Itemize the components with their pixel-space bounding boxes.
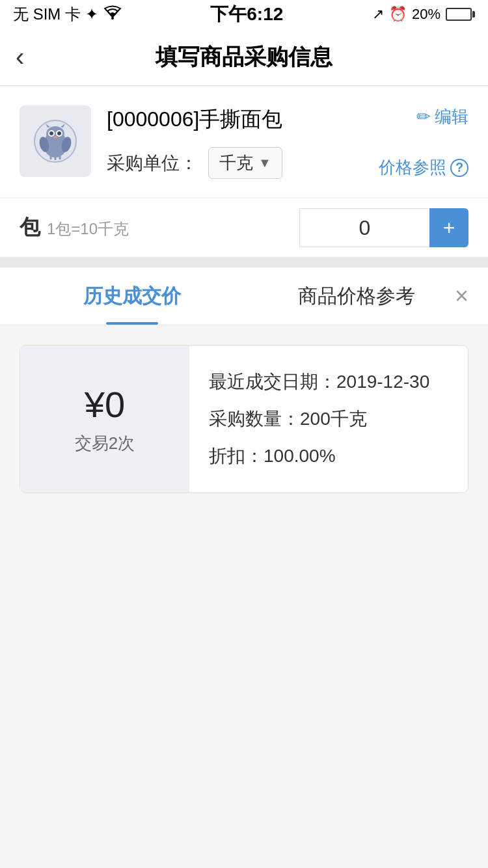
history-recent-date-row: 最近成交日期：2019-12-30 bbox=[209, 369, 448, 394]
price-ref-label: 价格参照 bbox=[379, 156, 446, 179]
tab-close-button[interactable]: × bbox=[448, 276, 475, 316]
unit-dropdown-arrow: ▼ bbox=[258, 156, 271, 170]
svg-point-7 bbox=[57, 131, 61, 135]
location-icon: ↗ bbox=[372, 6, 384, 23]
quantity-row: 包 1包=10千克 + bbox=[0, 198, 488, 257]
alarm-icon: ⏰ bbox=[389, 6, 407, 23]
tab-product-price-ref[interactable]: 商品价格参考 bbox=[244, 267, 468, 325]
history-discount-row: 折扣：100.00% bbox=[209, 443, 448, 468]
unit-select[interactable]: 千克 ▼ bbox=[208, 147, 282, 179]
edit-icon: ✏ bbox=[416, 107, 431, 127]
tab-product-price-ref-label: 商品价格参考 bbox=[298, 283, 415, 310]
status-left: 无 SIM 卡 ✦ bbox=[13, 4, 122, 25]
product-logo bbox=[29, 115, 81, 167]
page-title: 填写商品采购信息 bbox=[156, 42, 332, 72]
quantity-plus-button[interactable]: + bbox=[429, 208, 468, 247]
history-details-section: 最近成交日期：2019-12-30 采购数量：200千克 折扣：100.00% bbox=[189, 346, 468, 493]
product-image bbox=[20, 105, 91, 177]
tabs-section: 历史成交价 商品价格参考 × bbox=[0, 267, 488, 325]
price-reference-button[interactable]: 价格参照 ? bbox=[379, 156, 468, 179]
tab-history-price[interactable]: 历史成交价 bbox=[20, 267, 244, 325]
battery-percent: 20% bbox=[412, 6, 441, 23]
product-card: [0000006]手撕面包 采购单位： 千克 ▼ ✏ 编辑 价格参照 ? bbox=[0, 87, 488, 197]
tabs-row: 历史成交价 商品价格参考 × bbox=[0, 267, 488, 325]
history-content: ¥0 交易2次 最近成交日期：2019-12-30 采购数量：200千克 折扣：… bbox=[0, 325, 488, 586]
purchase-qty-value: 200千克 bbox=[300, 409, 367, 429]
discount-label: 折扣： bbox=[209, 446, 264, 466]
unit-label: 采购单位： bbox=[107, 151, 198, 176]
quantity-conversion: 1包=10千克 bbox=[47, 219, 129, 239]
signal-text: 无 SIM 卡 ✦ bbox=[13, 4, 98, 25]
tab-history-price-label: 历史成交价 bbox=[83, 283, 181, 310]
recent-date-label: 最近成交日期： bbox=[209, 372, 336, 392]
svg-point-6 bbox=[49, 131, 53, 135]
bottom-space bbox=[0, 586, 488, 868]
discount-value: 100.00% bbox=[264, 446, 336, 466]
svg-point-0 bbox=[111, 17, 114, 20]
tab-active-indicator bbox=[106, 322, 158, 325]
back-button[interactable]: ‹ bbox=[16, 42, 24, 72]
quantity-controls: + bbox=[299, 208, 468, 247]
unit-value: 千克 bbox=[219, 152, 253, 174]
history-trades-count: 交易2次 bbox=[75, 432, 135, 455]
history-purchase-qty-row: 采购数量：200千克 bbox=[209, 406, 448, 431]
history-card: ¥0 交易2次 最近成交日期：2019-12-30 采购数量：200千克 折扣：… bbox=[20, 345, 468, 493]
recent-date-value: 2019-12-30 bbox=[336, 372, 429, 392]
edit-button[interactable]: ✏ 编辑 bbox=[416, 105, 468, 128]
wifi-icon bbox=[103, 5, 122, 23]
purchase-qty-label: 采购数量： bbox=[209, 409, 300, 429]
status-right: ↗ ⏰ 20% bbox=[372, 6, 475, 23]
quantity-input[interactable] bbox=[299, 208, 429, 247]
product-name: [0000006]手撕面包 bbox=[107, 105, 468, 134]
help-icon: ? bbox=[450, 159, 468, 177]
quantity-unit: 包 bbox=[20, 213, 40, 242]
time-display: 下午6:12 bbox=[210, 2, 283, 27]
history-price-value: ¥0 bbox=[85, 383, 125, 426]
quantity-label: 包 1包=10千克 bbox=[20, 213, 129, 242]
battery-icon bbox=[446, 8, 475, 21]
nav-bar: ‹ 填写商品采购信息 bbox=[0, 29, 488, 86]
history-price-section: ¥0 交易2次 bbox=[20, 346, 189, 493]
status-bar: 无 SIM 卡 ✦ 下午6:12 ↗ ⏰ 20% bbox=[0, 0, 488, 29]
edit-label: 编辑 bbox=[435, 105, 468, 128]
section-divider bbox=[0, 257, 488, 267]
